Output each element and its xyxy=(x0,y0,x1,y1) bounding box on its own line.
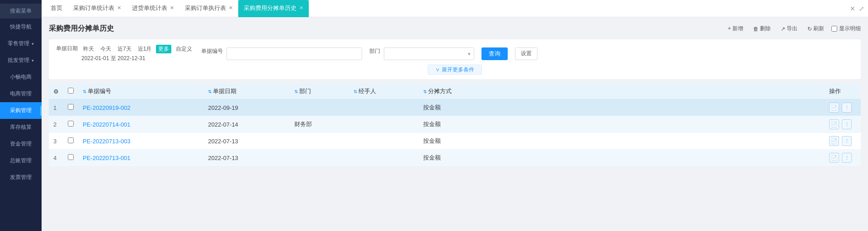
table-row: 4 PE-20220713-001 2022-07-13 按金额 📄 ⋮ xyxy=(49,150,861,166)
row-date: 2022-07-13 xyxy=(203,133,290,150)
row-checkbox[interactable] xyxy=(68,104,74,110)
data-table: ⚙ ⇅ 单据编号 ⇅ 单据日期 xyxy=(49,84,861,166)
th-date[interactable]: ⇅ 单据日期 xyxy=(203,84,290,99)
refresh-icon: ↻ xyxy=(807,26,812,32)
expand-icon[interactable]: ⤢ xyxy=(859,5,864,12)
table-row: 1 PE-20220919-002 2022-09-19 按金额 📄 ⋮ xyxy=(49,99,861,116)
date-btn-today[interactable]: 今天 xyxy=(99,45,113,53)
chevron-down-icon: ▾ xyxy=(32,42,34,46)
more-icon[interactable]: ⋮ xyxy=(842,119,852,129)
th-settings[interactable]: ⚙ xyxy=(49,84,63,99)
date-btn-yesterday[interactable]: 昨天 xyxy=(81,45,96,53)
row-bill-no[interactable]: PE-20220714-001 xyxy=(78,116,203,133)
th-split-method[interactable]: ⇅ 分摊方式 xyxy=(419,84,825,99)
bill-no-input[interactable] xyxy=(226,47,362,60)
row-handler xyxy=(349,116,419,133)
edit-icon[interactable]: 📄 xyxy=(829,119,839,129)
row-checkbox-cell xyxy=(63,99,78,116)
export-button[interactable]: ↗ 导出 xyxy=(778,24,800,34)
th-dept[interactable]: ⇅ 部门 xyxy=(290,84,349,99)
row-actions: 📄 ⋮ xyxy=(825,133,861,150)
add-button[interactable]: + 新增 xyxy=(725,24,746,34)
bill-no-link[interactable]: PE-20220713-003 xyxy=(83,138,131,145)
date-range-display: 2022-01-01 至 2022-12-31 xyxy=(81,55,194,62)
sidebar-item-invoice[interactable]: 发票管理 xyxy=(0,169,42,186)
row-bill-no[interactable]: PE-20220919-002 xyxy=(78,99,203,116)
select-all-checkbox[interactable] xyxy=(68,88,74,94)
delete-button[interactable]: 🗑 删除 xyxy=(750,24,774,34)
tab-close-purchase-fee[interactable]: ✕ xyxy=(299,5,303,11)
query-button[interactable]: 查询 xyxy=(481,47,508,60)
sidebar-item-ecommerce[interactable]: 电商管理 xyxy=(0,85,42,102)
row-num: 3 xyxy=(49,133,63,150)
delete-icon: 🗑 xyxy=(753,26,759,32)
settings-button[interactable]: 设置 xyxy=(515,47,538,60)
dept-input[interactable] xyxy=(384,47,474,60)
sidebar-item-inventory[interactable]: 库存核算 xyxy=(0,119,42,136)
row-split-method: 按金额 xyxy=(419,150,825,166)
tab-close-purchase-exec[interactable]: ✕ xyxy=(229,5,233,11)
sidebar-item-search[interactable]: 搜索菜单 xyxy=(0,4,42,19)
row-bill-no[interactable]: PE-20220713-001 xyxy=(78,150,203,166)
row-bill-no[interactable]: PE-20220713-003 xyxy=(78,133,203,150)
row-checkbox-cell xyxy=(63,133,78,150)
tab-close-purchase-stats[interactable]: ✕ xyxy=(117,5,121,11)
sidebar-item-wholesale[interactable]: 批发管理 ▾ xyxy=(0,52,42,69)
sidebar-item-purchase[interactable]: 采购管理 xyxy=(0,102,42,119)
edit-icon[interactable]: 📄 xyxy=(829,136,839,146)
filter-expand-area: ∨ 展开更多条件 xyxy=(56,66,854,74)
edit-icon[interactable]: 📄 xyxy=(829,153,839,163)
page-title: 采购费用分摊单历史 xyxy=(49,24,114,33)
sidebar-item-finance[interactable]: 资金管理 xyxy=(0,136,42,152)
show-detail-checkbox-label[interactable]: 显示明细 xyxy=(831,25,861,33)
tab-inbound-stats[interactable]: 进货单统计表 ✕ xyxy=(127,0,179,17)
table-container: ⚙ ⇅ 单据编号 ⇅ 单据日期 xyxy=(49,84,861,166)
bill-no-link[interactable]: PE-20220713-001 xyxy=(83,155,131,161)
bill-no-link[interactable]: PE-20220714-001 xyxy=(83,121,131,128)
more-icon[interactable]: ⋮ xyxy=(842,136,852,146)
tab-close-inbound-stats[interactable]: ✕ xyxy=(170,5,174,11)
more-icon[interactable]: ⋮ xyxy=(842,153,852,163)
th-actions: 操作 xyxy=(825,84,861,99)
sidebar-item-quicknav[interactable]: 快捷导航 xyxy=(0,19,42,35)
row-dept xyxy=(290,150,349,166)
bill-no-link[interactable]: PE-20220919-002 xyxy=(83,104,131,111)
row-split-method: 按金额 xyxy=(419,116,825,133)
row-checkbox[interactable] xyxy=(68,121,74,127)
filter-row: 单据日期 昨天 今天 近7天 近1月 更多 自定义 2022-01-01 至 2… xyxy=(56,45,854,62)
chevron-down-icon: ∨ xyxy=(435,66,441,73)
sort-icon: ⇅ xyxy=(83,89,88,94)
sidebar-item-retail[interactable]: 零售管理 ▾ xyxy=(0,35,42,52)
bill-no-label: 单据编号 xyxy=(201,47,223,55)
refresh-button[interactable]: ↻ 刷新 xyxy=(805,24,827,34)
show-detail-checkbox[interactable] xyxy=(831,26,837,32)
row-date: 2022-09-19 xyxy=(203,99,290,116)
sidebar-item-mini[interactable]: 小畅电商 xyxy=(0,69,42,85)
row-checkbox[interactable] xyxy=(68,137,74,143)
row-dept: 财务部 xyxy=(290,116,349,133)
date-filter-label: 单据日期 xyxy=(56,45,78,52)
tab-home[interactable]: 首页 xyxy=(45,0,68,17)
close-icon[interactable]: ✕ xyxy=(850,5,855,12)
th-bill-no[interactable]: ⇅ 单据编号 xyxy=(78,84,203,99)
date-btn-more[interactable]: 更多 xyxy=(156,45,171,53)
more-icon[interactable]: ⋮ xyxy=(842,103,852,113)
th-handler[interactable]: ⇅ 经手人 xyxy=(349,84,419,99)
th-checkbox xyxy=(63,84,78,99)
edit-icon[interactable]: 📄 xyxy=(829,103,839,113)
sidebar-item-ledger[interactable]: 总账管理 xyxy=(0,152,42,169)
date-btn-custom[interactable]: 自定义 xyxy=(174,45,194,53)
bill-no-filter-group: 单据编号 xyxy=(201,47,362,60)
tab-purchase-stats[interactable]: 采购订单统计表 ✕ xyxy=(68,0,127,17)
expand-button[interactable]: ∨ 展开更多条件 xyxy=(428,65,481,75)
main-area: 首页 采购订单统计表 ✕ 进货单统计表 ✕ 采购订单执行表 ✕ 采购费用分摊单历… xyxy=(42,0,868,231)
settings-icon[interactable]: ⚙ xyxy=(53,88,59,95)
date-btn-7days[interactable]: 近7天 xyxy=(116,45,133,53)
date-btn-1month[interactable]: 近1月 xyxy=(136,45,154,53)
tab-purchase-fee[interactable]: 采购费用分摊单历史 ✕ xyxy=(238,0,309,17)
tab-purchase-exec[interactable]: 采购订单执行表 ✕ xyxy=(179,0,238,17)
table-row: 3 PE-20220713-003 2022-07-13 按金额 📄 ⋮ xyxy=(49,133,861,150)
sort-icon: ⇅ xyxy=(208,89,213,94)
row-checkbox[interactable] xyxy=(68,154,74,160)
sidebar: 搜索菜单 快捷导航 零售管理 ▾ 批发管理 ▾ 小畅电商 电商管理 采购管理 库… xyxy=(0,0,42,231)
